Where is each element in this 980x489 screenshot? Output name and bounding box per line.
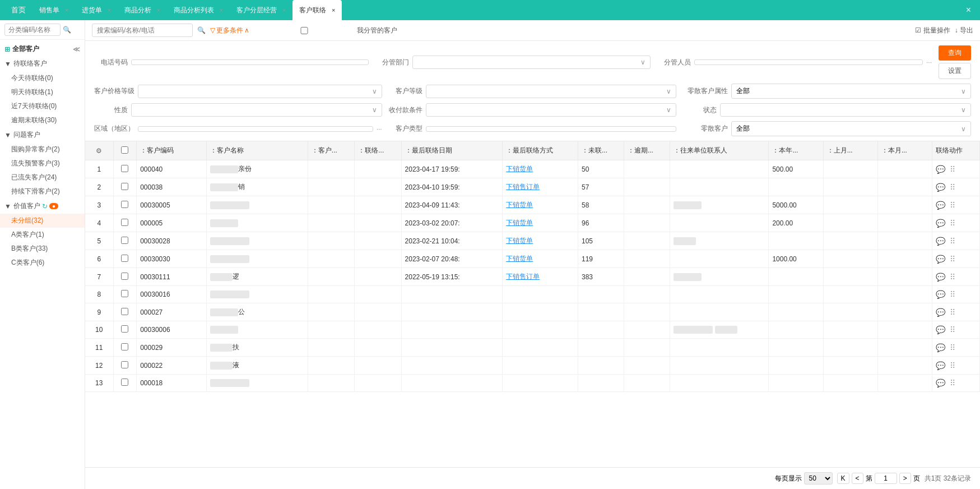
tab-sales[interactable]: 销售单 × <box>32 0 75 20</box>
row-action[interactable]: 💬⠿ <box>932 196 980 214</box>
menu-icon[interactable]: ⠿ <box>950 273 955 282</box>
row-check[interactable] <box>113 196 137 214</box>
row-action[interactable]: 💬⠿ <box>932 268 980 286</box>
region-more-icon[interactable]: ··· <box>377 125 382 133</box>
export-btn[interactable]: ↓ 导出 <box>955 26 973 35</box>
sidebar-item-7days[interactable]: 近7天待联络(0) <box>0 99 85 113</box>
query-button[interactable]: 查询 <box>939 45 971 61</box>
sidebar-item-abnormal[interactable]: 囤购异常客户(2) <box>0 142 85 156</box>
chat-icon[interactable]: 💬 <box>936 201 945 210</box>
menu-icon[interactable]: ⠿ <box>950 255 955 264</box>
sidebar-item-tomorrow[interactable]: 明天待联络(1) <box>0 85 85 99</box>
chat-icon[interactable]: 💬 <box>936 165 945 174</box>
menu-icon[interactable]: ⠿ <box>950 201 955 210</box>
refresh-icon[interactable]: ↻ <box>42 202 48 210</box>
row-check[interactable] <box>113 375 137 392</box>
menu-icon[interactable]: ⠿ <box>950 290 955 299</box>
problem-customers-header[interactable]: ▼ 问题客户 <box>0 127 85 142</box>
menu-icon[interactable]: ⠿ <box>950 219 955 228</box>
chat-icon[interactable]: 💬 <box>936 255 945 264</box>
chat-icon[interactable]: 💬 <box>936 290 945 299</box>
row-check[interactable] <box>113 160 137 178</box>
select-all-checkbox[interactable] <box>121 146 128 154</box>
window-close-icon[interactable]: × <box>962 5 976 15</box>
sidebar-item-ungroup[interactable]: 未分组(32) <box>0 214 85 228</box>
tab-customer-tier[interactable]: 客户分层经营 × <box>230 0 292 20</box>
tab-purchase[interactable]: 进货单 × <box>75 0 118 20</box>
row-check[interactable] <box>113 232 137 250</box>
row-action[interactable]: 💬⠿ <box>932 375 980 392</box>
row-action[interactable]: 💬⠿ <box>932 232 980 250</box>
row-check[interactable] <box>113 303 137 321</box>
page-number-input[interactable] <box>875 473 897 484</box>
menu-icon[interactable]: ⠿ <box>950 237 955 246</box>
sidebar-item-churn-warning[interactable]: 流失预警客户(3) <box>0 156 85 170</box>
sidebar-search-icon[interactable]: 🔍 <box>63 26 71 34</box>
gear-icon[interactable]: ⚙ <box>96 147 102 155</box>
row-method[interactable]: 下销售订单 <box>503 268 578 286</box>
sidebar-item-overdue[interactable]: 逾期未联络(30) <box>0 113 85 127</box>
row-action[interactable]: 💬⠿ <box>932 160 980 178</box>
sidebar-item-c[interactable]: C类客户(6) <box>0 256 85 270</box>
row-action[interactable]: 💬⠿ <box>932 178 980 196</box>
pay-select[interactable]: ∨ <box>426 103 677 117</box>
row-check[interactable] <box>113 268 137 286</box>
reset-button[interactable]: 设置 <box>939 63 971 79</box>
prev-page-btn[interactable]: < <box>852 473 863 484</box>
chat-icon[interactable]: 💬 <box>936 361 945 370</box>
type-input[interactable] <box>426 126 677 132</box>
row-check[interactable] <box>113 321 137 339</box>
row-check[interactable] <box>113 214 137 232</box>
menu-icon[interactable]: ⠿ <box>950 379 955 387</box>
row-check[interactable] <box>113 357 137 375</box>
close-tab-customer-tier[interactable]: × <box>282 7 286 13</box>
my-customers-check[interactable] <box>254 27 355 34</box>
chat-icon[interactable]: 💬 <box>936 308 945 317</box>
level-select[interactable]: ∨ <box>426 85 677 98</box>
dept-select[interactable]: ∨ <box>412 56 650 69</box>
row-action[interactable]: 💬⠿ <box>932 357 980 375</box>
phone-input[interactable] <box>131 59 369 65</box>
row-action[interactable]: 💬⠿ <box>932 214 980 232</box>
row-method[interactable]: 下销货单 <box>503 232 578 250</box>
more-conditions-btn[interactable]: ▽ 更多条件 ∧ <box>210 26 249 35</box>
row-action[interactable]: 💬⠿ <box>932 286 980 303</box>
sidebar-item-b[interactable]: B类客户(33) <box>0 242 85 256</box>
chat-icon[interactable]: 💬 <box>936 343 945 352</box>
row-method[interactable]: 下销货单 <box>503 160 578 178</box>
batch-op-btn[interactable]: ☑ 批量操作 <box>915 26 950 35</box>
row-method[interactable]: 下销货单 <box>503 250 578 268</box>
chat-icon[interactable]: 💬 <box>936 325 945 334</box>
status-select[interactable]: ∨ <box>720 103 971 117</box>
close-tab-customer-contact[interactable]: × <box>332 7 335 13</box>
menu-icon[interactable]: ⠿ <box>950 325 955 334</box>
first-page-btn[interactable]: K <box>837 473 849 484</box>
th-settings[interactable]: ⚙ <box>85 141 113 160</box>
sidebar-item-declining[interactable]: 持续下滑客户(2) <box>0 184 85 199</box>
value-customers-header[interactable]: ▼ 价值客户 ↻ ● <box>0 199 85 214</box>
chat-icon[interactable]: 💬 <box>936 219 945 228</box>
chat-icon[interactable]: 💬 <box>936 183 945 192</box>
sidebar-item-lost[interactable]: 已流失客户(24) <box>0 170 85 184</box>
close-tab-analysis-list[interactable]: × <box>220 7 223 13</box>
menu-icon[interactable]: ⠿ <box>950 361 955 370</box>
th-check[interactable] <box>113 141 137 160</box>
row-action[interactable]: 💬⠿ <box>932 250 980 268</box>
retail-select[interactable]: 全部 ∨ <box>731 84 971 99</box>
menu-icon[interactable]: ⠿ <box>950 183 955 192</box>
row-method[interactable]: 下销货单 <box>503 214 578 232</box>
region-input[interactable] <box>138 126 373 132</box>
home-tab[interactable]: 首页 <box>4 5 32 15</box>
row-check[interactable] <box>113 178 137 196</box>
row-action[interactable]: 💬⠿ <box>932 321 980 339</box>
row-action[interactable]: 💬⠿ <box>932 339 980 357</box>
person-more-icon[interactable]: ··· <box>926 58 932 66</box>
chat-icon[interactable]: 💬 <box>936 379 945 387</box>
search-input[interactable] <box>92 24 193 37</box>
page-size-select[interactable]: 50 100 <box>804 472 833 485</box>
menu-icon[interactable]: ⠿ <box>950 308 955 317</box>
tab-customer-contact[interactable]: 客户联络 × <box>292 0 342 20</box>
search-icon[interactable]: 🔍 <box>197 26 206 34</box>
sidebar-item-today[interactable]: 今天待联络(0) <box>0 71 85 85</box>
close-tab-sales[interactable]: × <box>65 7 68 13</box>
